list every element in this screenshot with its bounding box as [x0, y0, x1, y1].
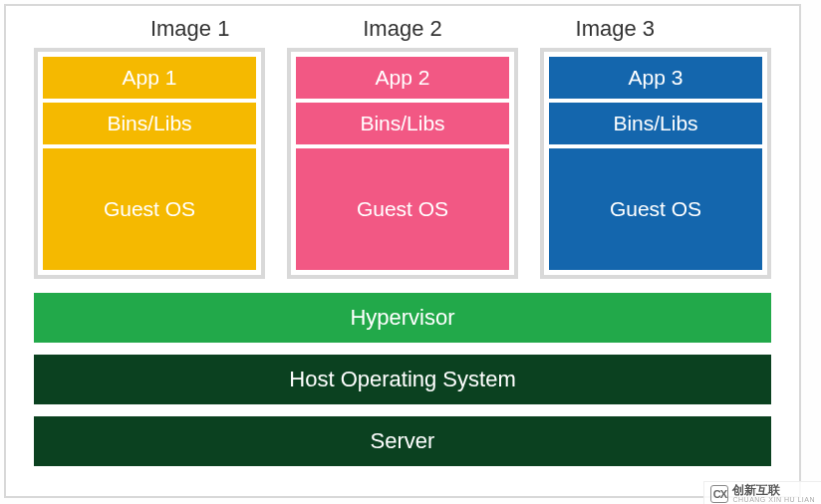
hypervisor-layer: Hypervisor — [34, 293, 771, 343]
image-column-3: App 3 Bins/Libs Guest OS — [540, 48, 771, 279]
app-box-1: App 1 — [42, 56, 257, 100]
app-box-3: App 3 — [548, 56, 763, 100]
bins-box-1: Bins/Libs — [42, 102, 257, 145]
image-column-1: App 1 Bins/Libs Guest OS — [34, 48, 265, 279]
guest-os-box-1: Guest OS — [42, 147, 257, 271]
diagram-container: Image 1 Image 2 Image 3 App 1 Bins/Libs … — [6, 6, 799, 496]
watermark: CX 创新互联 CHUANG XIN HU LIAN — [703, 481, 821, 504]
column-label-2: Image 2 — [296, 16, 508, 42]
column-label-3: Image 3 — [509, 16, 721, 42]
watermark-sub: CHUANG XIN HU LIAN — [732, 496, 815, 503]
guest-os-box-2: Guest OS — [295, 147, 510, 271]
bins-box-2: Bins/Libs — [295, 102, 510, 145]
watermark-main: 创新互联 — [732, 484, 815, 496]
server-layer: Server — [34, 416, 771, 466]
column-labels-row: Image 1 Image 2 Image 3 — [34, 16, 771, 42]
column-label-1: Image 1 — [84, 16, 296, 42]
watermark-text: 创新互联 CHUANG XIN HU LIAN — [732, 484, 815, 503]
images-row: App 1 Bins/Libs Guest OS App 2 Bins/Libs… — [34, 48, 771, 279]
diagram-frame: Image 1 Image 2 Image 3 App 1 Bins/Libs … — [4, 4, 801, 498]
watermark-logo: CX — [710, 485, 728, 503]
host-os-layer: Host Operating System — [34, 355, 771, 404]
app-box-2: App 2 — [295, 56, 510, 100]
guest-os-box-3: Guest OS — [548, 147, 763, 271]
bins-box-3: Bins/Libs — [548, 102, 763, 145]
image-column-2: App 2 Bins/Libs Guest OS — [287, 48, 518, 279]
